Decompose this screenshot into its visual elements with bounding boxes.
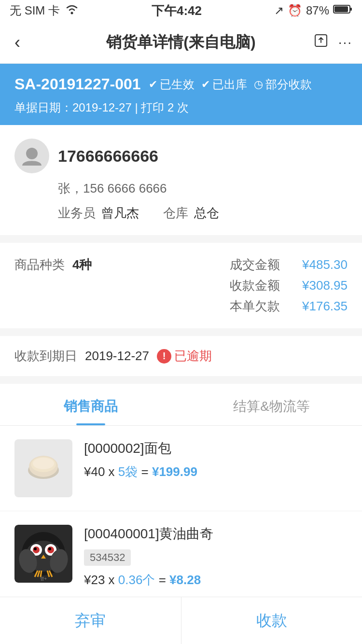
status-badges: ✔ 已生效 ✔ 已出库 ◷ 部分收款 [149,77,312,92]
product-type-stat: 商品种类 4种 [14,256,92,273]
due-date-label: 收款到期日 [14,348,77,364]
svg-point-0 [71,12,73,14]
tabs-section: 销售商品 结算&物流等 [0,384,362,426]
qty-highlight-2: 0.36个 [118,573,155,587]
tab-settlement[interactable]: 结算&物流等 [181,384,362,425]
status-right: ↗ ⏰ 87% [274,4,352,17]
customer-section: 17666666666 张，156 6666 6666 业务员 曾凡杰 仓库 总… [0,125,362,235]
svg-point-18 [48,547,51,550]
overdue-icon: ! [157,349,171,364]
product-type-label: 商品种类 [14,256,65,273]
wifi-icon [65,4,79,17]
warehouse-value: 总仓 [194,205,219,222]
salesperson-info: 业务员 曾凡杰 [58,205,139,222]
status-left: 无 SIM 卡 [10,3,79,18]
due-section: 收款到期日 2019-12-27 ! 已逾期 [0,336,362,376]
receipt-amount-row: 收款金额 ¥308.95 [230,277,348,294]
customer-id: 17666666666 [58,147,158,166]
equals-2: = [155,573,169,587]
price-base: ¥40 x [84,464,118,479]
tabs-row: 销售商品 结算&物流等 [0,384,362,426]
deal-amount-label: 成交金额 [230,256,280,273]
nav-right-actions: ··· [313,33,352,52]
alarm-icon: ⏰ [288,4,302,17]
order-header: SA-20191227-001 ✔ 已生效 ✔ 已出库 ◷ 部分收款 单据日期：… [0,64,362,125]
order-print: | 打印 2 次 [135,101,189,114]
status-time: 下午4:42 [152,2,202,19]
product-name-bread: [0000002]面包 [84,439,348,458]
svg-point-9 [33,458,54,469]
svg-point-17 [34,547,37,550]
customer-info-row: 业务员 曾凡杰 仓库 总仓 [14,205,348,222]
badge-activated: ✔ 已生效 [149,77,195,92]
order-header-top: SA-20191227-001 ✔ 已生效 ✔ 已出库 ◷ 部分收款 [14,75,348,93]
sim-text: 无 SIM 卡 [10,3,60,18]
price-base-2: ¥23 x [84,573,118,587]
owed-amount-row: 本单欠款 ¥176.35 [230,298,348,315]
battery-text: 87% [306,4,329,17]
receipt-amount-label: 收款金额 [230,277,280,294]
back-button[interactable]: ‹ [10,28,25,57]
total-price-2: ¥8.28 [169,573,201,587]
check-icon-1: ✔ [149,78,157,91]
location-icon: ↗ [274,4,284,17]
nav-title: 销货单详情(来自电脑) [106,32,255,53]
bottom-bar: 弃审 收款 [0,597,362,644]
tab-products[interactable]: 销售商品 [0,384,181,425]
collect-payment-button[interactable]: 收款 [181,597,362,644]
check-icon-2: ✔ [201,78,210,91]
customer-top: 17666666666 [14,139,348,173]
stats-row: 商品种类 4种 成交金额 ¥485.30 收款金额 ¥308.95 本单欠款 ¥… [14,256,348,315]
receipt-amount-value: ¥308.95 [290,278,348,293]
svg-text:管+: 管+ [40,576,47,581]
product-item: [0000002]面包 ¥40 x 5袋 = ¥199.99 [0,426,362,511]
svg-point-5 [26,148,38,159]
salesperson-label: 业务员 [58,205,96,222]
overdue-badge: ! 已逾期 [157,348,212,364]
abandon-review-button[interactable]: 弃审 [0,597,181,644]
overdue-text: 已逾期 [174,348,212,364]
status-bar: 无 SIM 卡 下午4:42 ↗ ⏰ 87% [0,0,362,21]
more-icon[interactable]: ··· [338,35,352,50]
badge-partial-payment: ◷ 部分收款 [254,77,312,92]
product-name-cookies: [000400001]黄油曲奇 [84,525,348,543]
stats-section: 商品种类 4种 成交金额 ¥485.30 收款金额 ¥308.95 本单欠款 ¥… [0,243,362,328]
badge-shipped: ✔ 已出库 [201,77,247,92]
deal-amount-value: ¥485.30 [290,257,348,272]
svg-rect-3 [334,6,348,12]
order-date: 单据日期：2019-12-27 [14,101,132,114]
warehouse-label: 仓库 [163,205,188,222]
product-image-bread [14,439,72,497]
product-item-2: 管+ [000400001]黄油曲奇 534532 ¥23 x 0.36个 = … [0,511,362,602]
customer-name: 张，156 6666 6666 [14,180,348,197]
avatar [14,139,49,173]
product-type-value: 4种 [72,256,92,273]
stats-right: 成交金额 ¥485.30 收款金额 ¥308.95 本单欠款 ¥176.35 [230,256,348,315]
clock-icon: ◷ [254,78,263,91]
stats-left: 商品种类 4种 [14,256,92,315]
product-image-owl: 管+ [14,525,72,583]
product-details-cookies: [000400001]黄油曲奇 534532 ¥23 x 0.36个 = ¥8.… [84,525,348,588]
svg-rect-2 [350,8,352,11]
order-meta: 单据日期：2019-12-27 | 打印 2 次 [14,100,348,115]
product-details-bread: [0000002]面包 ¥40 x 5袋 = ¥199.99 [84,439,348,480]
warehouse-info: 仓库 总仓 [163,205,219,222]
deal-amount-row: 成交金额 ¥485.30 [230,256,348,273]
equals: = [138,464,152,479]
due-date-value: 2019-12-27 [85,349,149,364]
owed-amount-value: ¥176.35 [290,299,348,314]
owed-amount-label: 本单欠款 [230,298,280,315]
qty-highlight: 5袋 [118,464,138,479]
product-badge-cookies: 534532 [84,549,131,566]
order-id: SA-20191227-001 [14,75,141,93]
products-list: [0000002]面包 ¥40 x 5袋 = ¥199.99 [0,426,362,602]
product-price-bread: ¥40 x 5袋 = ¥199.99 [84,463,348,480]
battery-icon [333,4,352,17]
total-price: ¥199.99 [152,464,197,479]
share-icon[interactable] [313,33,329,52]
product-price-cookies: ¥23 x 0.36个 = ¥8.28 [84,572,348,588]
nav-bar: ‹ 销货单详情(来自电脑) ··· [0,21,362,64]
salesperson-value: 曾凡杰 [101,205,139,222]
